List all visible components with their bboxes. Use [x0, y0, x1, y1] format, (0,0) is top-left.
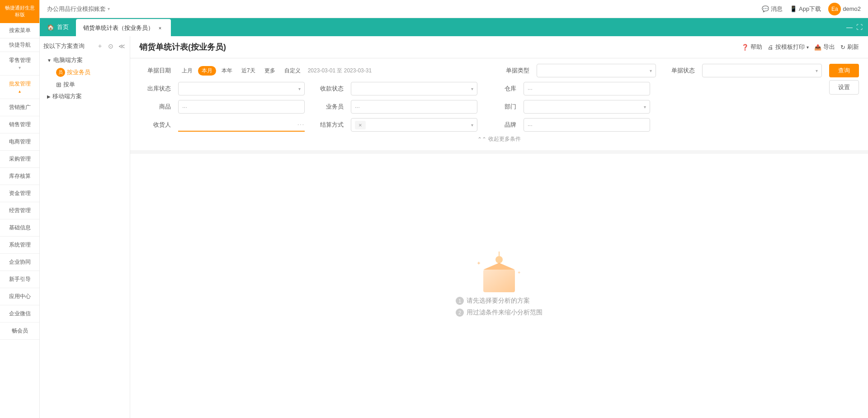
collect-status-label: 收款状态	[312, 85, 344, 93]
doc-type-select[interactable]: ▾	[537, 64, 656, 77]
tab-home-label: 首页	[57, 23, 69, 31]
out-status-select[interactable]: ▾	[178, 82, 305, 95]
sidebar-item-finance[interactable]: 资金管理	[0, 185, 39, 202]
date-btn-more[interactable]: 更多	[261, 66, 279, 76]
chevron-down-icon: ▾	[471, 123, 473, 128]
svg-rect-0	[483, 270, 515, 292]
empty-state: ✦ ✦ 1 请先选择要分析的方案 2 用过滤条件来缩小分析范围	[130, 154, 868, 418]
collapse-label: 收起更多条件	[488, 135, 521, 143]
sidebar-item-label: 零售管理	[0, 57, 39, 64]
brand-label: 品牌	[485, 121, 516, 129]
brand-select[interactable]: ···	[524, 118, 650, 132]
sidebar-item-wechat[interactable]: 企业微信	[0, 305, 39, 323]
user-name: demo2	[843, 5, 861, 12]
account-selector[interactable]: 办公用品行业模拟账套 ▾	[47, 5, 110, 13]
print-icon: 🖨	[768, 44, 774, 51]
date-btn-this-month[interactable]: 本月	[198, 66, 216, 76]
sidebar-item-inventory[interactable]: 库存核算	[0, 168, 39, 185]
date-label: 单据日期	[139, 66, 171, 75]
sidebar-item-member[interactable]: 畅会员	[0, 323, 39, 340]
chevron-down-icon: ▾	[644, 104, 646, 109]
tab-sales-stat[interactable]: 销货单统计表（按业务员） ×	[76, 19, 171, 37]
chevron-right-icon: ▾	[19, 65, 21, 70]
settlement-select[interactable]: × ▾	[351, 118, 477, 132]
message-icon: 💬	[762, 5, 769, 12]
empty-tips: 1 请先选择要分析的方案 2 用过滤条件来缩小分析范围	[456, 297, 542, 320]
sidebar-item-wholesale[interactable]: 批发管理 ▴	[0, 76, 39, 99]
date-btn-this-year[interactable]: 本年	[218, 66, 236, 76]
warehouse-select[interactable]: ···	[524, 82, 650, 95]
tree-mobile-parent[interactable]: ▶ 移动端方案	[43, 90, 126, 102]
filter-row-1: 单据日期 上月 本月 本年 近7天 更多 自定义 2023-03-01 至 20…	[139, 64, 822, 77]
help-label: 帮助	[750, 43, 762, 51]
message-btn[interactable]: 💬 消息	[762, 5, 783, 13]
sidebar-item-ecommerce[interactable]: 电商管理	[0, 133, 39, 151]
date-options-group: 上月 本月 本年 近7天 更多 自定义 2023-03-01 至 2023-03…	[178, 66, 372, 76]
filter-row-4: 收货人 ··· 结算方式 × ▾	[139, 118, 822, 132]
doc-status-select[interactable]: ▾	[702, 64, 822, 77]
logo-subtext: 标版	[4, 11, 36, 18]
sidebar-item-sales[interactable]: 销售管理	[0, 116, 39, 133]
query-button[interactable]: 查询	[829, 64, 859, 77]
right-panel: 销货单统计表(按业务员) ❓ 帮助 🖨 按模板打印 ▾ 📤	[130, 36, 868, 418]
sidebar-item-label: 系统管理	[0, 241, 39, 249]
date-btn-7days[interactable]: 近7天	[238, 66, 259, 76]
consignee-input[interactable]	[178, 118, 297, 131]
refresh-btn[interactable]: ↻ 刷新	[840, 43, 859, 51]
dept-select[interactable]: ▾	[524, 100, 650, 114]
sidebar-item-purchase[interactable]: 采购管理	[0, 151, 39, 168]
sidebar-item-marketing[interactable]: 营销推广	[0, 99, 39, 116]
goods-select[interactable]: ···	[178, 100, 305, 114]
print-label: 按模板打印	[775, 43, 805, 51]
date-btn-custom[interactable]: 自定义	[281, 66, 304, 76]
chevron-down-icon: ▾	[650, 68, 652, 73]
date-btn-last-month[interactable]: 上月	[178, 66, 196, 76]
sidebar-item-enterprise[interactable]: 企业协同	[0, 254, 39, 271]
user-info[interactable]: Ea demo2	[828, 3, 861, 15]
collect-status-select[interactable]: ▾	[351, 82, 477, 95]
collapse-btn[interactable]: ⌃⌃ 收起更多条件	[139, 133, 859, 145]
maximize-icon[interactable]: ⛶	[856, 24, 863, 31]
logo[interactable]: 畅捷通好生意 标版	[0, 0, 39, 23]
settlement-tag-close[interactable]: ×	[359, 122, 362, 128]
sidebar-quicknav[interactable]: 快捷导航	[0, 38, 39, 52]
tree-pc-children: 员 按业务员 ⊞ 按单	[43, 66, 126, 90]
tab-close-icon[interactable]: ×	[156, 24, 164, 32]
app-download-btn[interactable]: 📱 App下载	[790, 5, 821, 13]
app-download-label: App下载	[799, 5, 821, 13]
consignee-label: 收货人	[139, 121, 171, 129]
consignee-input-wrapper: ···	[178, 118, 305, 132]
tree-pc-parent[interactable]: ▼ 电脑端方案	[43, 54, 126, 66]
sidebar-item-operations[interactable]: 经营管理	[0, 202, 39, 219]
sidebar-item-basic[interactable]: 基础信息	[0, 219, 39, 237]
salesperson-select[interactable]: ···	[351, 100, 477, 114]
help-btn[interactable]: ❓ 帮助	[741, 43, 762, 51]
chevron-right-icon: ▴	[19, 89, 21, 94]
sidebar-item-retail[interactable]: 零售管理 ▾	[0, 52, 39, 76]
tab-home[interactable]: 🏠 首页	[40, 18, 76, 36]
sidebar-item-system[interactable]: 系统管理	[0, 237, 39, 254]
filter-row-3: 商品 ··· 业务员 ··· 部门 ▾	[139, 100, 822, 114]
tree-mobile-label: 移动端方案	[52, 92, 82, 100]
minimize-icon[interactable]: —	[846, 24, 853, 31]
chevron-down-icon: ▾	[471, 86, 473, 91]
tree-child-order[interactable]: ⊞ 按单	[52, 79, 126, 90]
edit-scheme-btn[interactable]: ⊙	[106, 42, 115, 51]
sidebar: 畅捷通好生意 标版 搜索菜单 快捷导航 零售管理 ▾ 批发管理 ▴ 营销推广 销…	[0, 0, 40, 418]
warehouse-placeholder: ···	[528, 86, 533, 92]
sidebar-item-apps[interactable]: 应用中心	[0, 288, 39, 305]
sidebar-search[interactable]: 搜索菜单	[0, 23, 39, 38]
collapse-panel-btn[interactable]: ≪	[117, 42, 126, 51]
print-btn[interactable]: 🖨 按模板打印 ▾	[768, 43, 809, 51]
sidebar-item-newbie[interactable]: 新手引导	[0, 271, 39, 288]
settlement-tag: ×	[355, 121, 366, 129]
warehouse-label: 仓库	[485, 85, 516, 93]
add-scheme-btn[interactable]: ＋	[95, 42, 104, 51]
svg-point-2	[495, 256, 503, 263]
order-icon: ⊞	[56, 81, 61, 88]
collapse-arrow-icon: ⌃⌃	[477, 136, 486, 142]
tree-child-salesperson[interactable]: 员 按业务员	[52, 66, 126, 79]
export-btn[interactable]: 📤 导出	[814, 43, 835, 51]
settings-button[interactable]: 设置	[829, 80, 859, 95]
sidebar-item-label: 企业微信	[0, 310, 39, 318]
